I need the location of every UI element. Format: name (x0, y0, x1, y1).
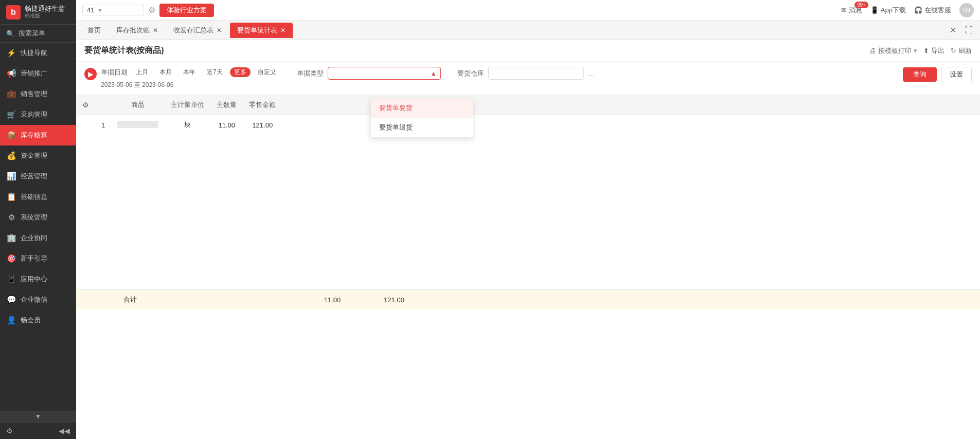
sidebar-item-guide[interactable]: 🎯 新手引导 (0, 248, 76, 269)
type-label: 单据类型 (297, 69, 324, 78)
avatar-btn[interactable]: Rit (959, 3, 974, 17)
custom-btn[interactable]: 自定义 (254, 67, 280, 78)
sidebar-item-wechat[interactable]: 💬 企业微信 (0, 289, 76, 310)
footer-amount: 121.00 (373, 296, 415, 304)
filter-type-group: 单据类型 ▲ (297, 67, 441, 80)
sidebar-item-purchase[interactable]: 🛒 采购管理 (0, 104, 76, 125)
tab-home-label: 首页 (87, 26, 101, 35)
tab-close-icon[interactable]: ✕ (217, 27, 222, 34)
tab-close-icon[interactable]: ✕ (280, 27, 286, 34)
tab-home[interactable]: 首页 (80, 23, 108, 38)
type-input[interactable] (328, 67, 441, 80)
finance-icon: 💰 (6, 151, 16, 161)
sidebar-item-label: 快捷导航 (21, 48, 47, 58)
purchase-icon: 🛒 (6, 109, 16, 120)
quick-nav-icon: ⚡ (6, 48, 16, 58)
message-btn[interactable]: ✉ 消息 99+ (841, 6, 862, 15)
filter-bar: ▶ 单据日期 上月 本月 本年 近7天 更多 自定义 2023-05-06 至 … (76, 62, 980, 95)
service-btn[interactable]: 🎧 在线客服 (914, 6, 951, 15)
filter-date-range-row: 2023-05-06 至 2023-06-06 (101, 81, 280, 89)
sidebar-item-member[interactable]: 👤 畅会员 (0, 310, 76, 331)
dropdown-item-order-return[interactable]: 要货单退货 (371, 118, 473, 137)
sidebar-item-sales[interactable]: 💼 销售管理 (0, 84, 76, 104)
inventory-icon: 📦 (6, 130, 16, 140)
content-area: 要货单统计表(按商品) 🖨 按模板打印 ▾ ⬆ 导出 ↻ 刷新 ▶ (76, 40, 980, 439)
export-label: 导出 (931, 46, 945, 56)
print-btn[interactable]: 🖨 按模板打印 ▾ (869, 46, 917, 56)
sidebar-item-finance[interactable]: 💰 资金管理 (0, 145, 76, 166)
warehouse-input[interactable] (488, 67, 584, 80)
sidebar-item-basic[interactable]: 📋 基础信息 (0, 187, 76, 207)
last-month-btn[interactable]: 上月 (132, 67, 152, 78)
refresh-btn[interactable]: ↻ 刷新 (951, 46, 972, 56)
footer-qty: 11.00 (312, 296, 353, 304)
data-table-wrapper: ⚙ 商品 主计量单位 主数量 零售金额 1 (76, 95, 980, 135)
tab-inventory-batch[interactable]: 库存批次账 ✕ (109, 23, 165, 38)
table-header-row: ⚙ 商品 主计量单位 主数量 零售金额 (76, 95, 980, 115)
sidebar-item-system[interactable]: ⚙ 系统管理 (0, 207, 76, 228)
this-month-btn[interactable]: 本月 (155, 67, 176, 78)
query-btn[interactable]: 查询 (903, 67, 937, 82)
sidebar-nav: ⚡ 快捷导航 📢 营销推广 💼 销售管理 🛒 采购管理 📦 库存核算 💰 资金管… (0, 43, 76, 411)
filter-date-group: 单据日期 上月 本月 本年 近7天 更多 自定义 2023-05-06 至 20… (101, 67, 280, 89)
export-btn[interactable]: ⬆ 导出 (923, 46, 945, 56)
filter-actions: 查询 设置 (903, 67, 972, 82)
sidebar-item-operation[interactable]: 📊 经营管理 (0, 166, 76, 187)
close-all-btn[interactable]: ✕ (947, 24, 959, 36)
sidebar-item-marketing[interactable]: 📢 营销推广 (0, 63, 76, 84)
settings-btn[interactable]: 设置 (941, 67, 972, 82)
sidebar-item-inventory[interactable]: 📦 库存核算 (0, 125, 76, 145)
filter-expand-btn[interactable]: ▶ (84, 68, 97, 80)
sidebar-item-label: 新手引导 (21, 254, 47, 263)
logo-text: 畅捷通好生意 (25, 5, 65, 13)
tab-close-icon[interactable]: ✕ (153, 27, 158, 34)
sidebar-item-label: 企业协同 (21, 233, 47, 243)
row-qty: 11.00 (210, 115, 243, 135)
guide-icon: 🎯 (6, 253, 16, 264)
app-center-icon: 📱 (6, 274, 16, 284)
page-header: 要货单统计表(按商品) 🖨 按模板打印 ▾ ⬆ 导出 ↻ 刷新 (76, 40, 980, 62)
type-select[interactable]: ▲ (328, 67, 441, 80)
account-selector[interactable]: 41 ▾ (82, 5, 144, 15)
table-row: 1 块 11.00 121.00 (76, 115, 980, 135)
maximize-btn[interactable]: ⛶ (961, 25, 976, 36)
sidebar-item-label: 畅会员 (21, 316, 41, 325)
filter-date-row: 单据日期 上月 本月 本年 近7天 更多 自定义 (101, 67, 280, 78)
tabbar: 首页 库存批次账 ✕ 收发存汇总表 ✕ 要货单统计表 ✕ ✕ ⛶ (76, 21, 980, 40)
warehouse-more-icon[interactable]: … (588, 69, 595, 78)
row-amount: 121.00 (243, 115, 282, 135)
last-7-btn[interactable]: 近7天 (203, 67, 227, 78)
sidebar-item-app-center[interactable]: 📱 应用中心 (0, 269, 76, 289)
settings-btn[interactable]: ⚙ (6, 427, 13, 435)
filter-type-row: 单据类型 ▲ (297, 67, 441, 80)
sidebar-item-enterprise[interactable]: 🏢 企业协同 (0, 228, 76, 248)
tab-order-stats[interactable]: 要货单统计表 ✕ (230, 23, 293, 38)
system-icon: ⚙ (6, 212, 16, 223)
sidebar-item-quick-nav[interactable]: ⚡ 快捷导航 (0, 43, 76, 63)
more-btn[interactable]: 更多 (230, 67, 251, 77)
collapse-btn[interactable]: ◀◀ (59, 427, 70, 435)
basic-icon: 📋 (6, 192, 16, 202)
sidebar-scroll-down[interactable]: ▼ (0, 411, 76, 422)
column-settings-icon[interactable]: ⚙ (82, 101, 89, 109)
print-label: 按模板打印 (878, 46, 912, 56)
date-quick-btns: 上月 本月 本年 近7天 更多 自定义 (132, 67, 280, 78)
footer-label: 合计 (103, 295, 157, 304)
col-settings[interactable]: ⚙ (76, 95, 95, 115)
refresh-icon: ↻ (951, 47, 956, 54)
search-icon: 🔍 (6, 30, 14, 38)
sidebar-item-label: 系统管理 (21, 213, 47, 222)
message-icon: ✉ (841, 6, 847, 14)
sidebar-search[interactable]: 🔍 搜索菜单 (0, 25, 76, 43)
product-placeholder (117, 121, 158, 128)
sidebar-item-label: 采购管理 (21, 110, 47, 119)
gear-icon[interactable]: ⚙ (148, 5, 155, 15)
tab-receivable-summary[interactable]: 收发存汇总表 ✕ (166, 23, 229, 38)
this-year-btn[interactable]: 本年 (179, 67, 200, 78)
dropdown-item-order-goods[interactable]: 要货单要货 (371, 98, 473, 118)
selector-arrow-icon: ▾ (98, 6, 102, 14)
sidebar-item-label: 资金管理 (21, 151, 47, 160)
col-index (95, 95, 111, 115)
industry-btn[interactable]: 体验行业方案 (159, 4, 214, 17)
app-download-btn[interactable]: 📱 App下载 (870, 6, 906, 15)
